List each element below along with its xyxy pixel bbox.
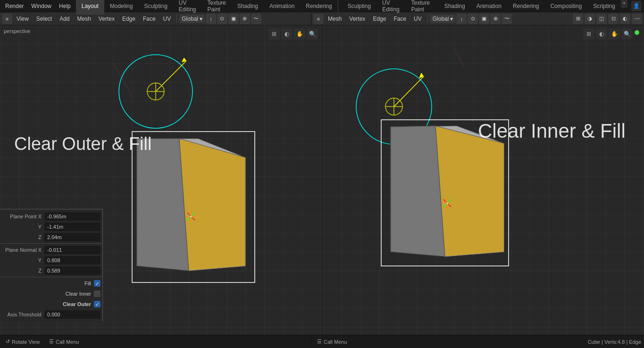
plane-normal-z-value[interactable]: 0.589 [44,266,100,275]
divider-left-1 [176,15,177,23]
nav-search-icon-left[interactable]: 🔍 [307,28,318,40]
transform-btn-left-1[interactable]: ↕ [206,14,216,24]
svg-marker-34 [391,126,445,257]
menu-help[interactable]: Help [56,1,74,11]
menu-window[interactable]: Window [28,1,55,11]
axis-threshold-row: Axis Threshold 0.000 [0,309,102,320]
snap-btn-left[interactable]: 〜 [251,14,261,24]
mode-selector-right[interactable]: ≡ [313,14,324,24]
select-btn-left[interactable]: Select [33,15,55,23]
plane-normal-y-label: Y [2,257,44,263]
nav-search-icon-right[interactable]: 🔍 [621,28,633,40]
tab-modeling[interactable]: Modeling [104,0,139,15]
transform-btn-left-2[interactable]: ⊙ [217,14,227,24]
fill-row: Fill ✓ [0,278,102,289]
tab-compositing[interactable]: Compositing [544,0,587,15]
svg-marker-12 [179,139,245,271]
transform-mode-left[interactable]: Global ▾ [179,15,205,23]
tab-layout[interactable]: Layout [76,0,104,15]
edge-btn-right[interactable]: Edge [369,15,389,23]
transform-btn-right-3[interactable]: ▣ [479,14,489,24]
call-menu-button-left[interactable]: ☰ Call Menu [46,338,82,346]
plane-point-z-row: Z 2.04m [0,232,102,242]
clear-inner-checkbox[interactable] [94,290,100,297]
plane-normal-x-value[interactable]: -0.011 [44,246,100,254]
face-btn-left[interactable]: Face [140,15,159,23]
tab-uv-editing-right[interactable]: UV Editing [376,0,405,15]
plane-point-z-value[interactable]: 2.04m [44,233,100,241]
green-status-dot [635,30,639,35]
mode-selector-left[interactable]: ≡ [2,14,12,24]
uv-btn-right[interactable]: UV [410,15,425,23]
vertex-btn-right[interactable]: Vertex [346,15,368,23]
overlay-icon-right[interactable]: ◫ [596,14,607,24]
top-bar-icons: 👤 ⊞ ⚙ Scene 🖥 ⬛ ◫ [627,1,644,11]
plane-point-y-value[interactable]: -1.41m [44,223,100,231]
xray-icon-right[interactable]: ⊡ [608,14,619,24]
svg-marker-32 [435,126,504,257]
tab-scripting[interactable]: Scripting [587,0,621,15]
clear-outer-label: Clear Outer [63,301,91,307]
plane-normal-y-value[interactable]: 0.808 [44,256,100,265]
mesh-btn-left[interactable]: Mesh [74,15,94,23]
user-icon[interactable]: 👤 [631,1,642,11]
rotate-view-icon: ↺ [6,339,10,345]
call-menu-button-right[interactable]: ☰ Call Menu [314,338,350,346]
face-btn-right[interactable]: Face [390,15,410,23]
plane-point-z-label: Z [2,234,44,240]
shading-icon-1[interactable]: ◐ [620,14,630,24]
transform-btn-right-2[interactable]: ⊙ [468,14,478,24]
axis-threshold-value[interactable]: 0.000 [44,310,100,319]
snap-btn-right[interactable]: 〜 [502,14,512,24]
transform-mode-right-label: Global [433,16,449,22]
tab-animation-left[interactable]: Animation [264,0,300,15]
transform-btn-left-3[interactable]: ▣ [228,14,239,24]
fill-checkbox[interactable]: ✓ [94,280,100,287]
clear-outer-checkbox[interactable]: ✓ [94,301,100,307]
add-btn-left[interactable]: Add [56,15,73,23]
add-tab-button[interactable]: + [621,0,628,8]
menu-area: Render Window Help [0,1,76,11]
transform-mode-right[interactable]: Global ▾ [430,15,456,23]
plane-normal-x-label: Plane Normal X [2,247,44,253]
nav-camera-icon-left[interactable]: ◐ [281,28,293,40]
viewport-right[interactable]: Clear Inner & Fill ⊞ ◐ ✋ 🔍 [322,25,644,335]
transform-btn-right-1[interactable]: ↕ [456,14,467,24]
svg-line-25 [394,76,424,107]
nav-camera-icon-right[interactable]: ◐ [596,28,607,40]
viewport-shading-right[interactable]: ◑ [585,14,595,24]
bottom-bar: ↺ Rotate View ☰ Call Menu ☰ Call Menu Cu… [0,335,644,348]
shading-icon-2[interactable]: 〰 [632,14,642,24]
plane-point-x-value[interactable]: -0.965m [44,212,100,221]
tab-texture-paint-right[interactable]: Texture Paint [405,0,438,15]
tab-rendering-right[interactable]: Rendering [507,0,544,15]
view-btn-left[interactable]: View [13,15,32,23]
tab-shading-left[interactable]: Shading [232,0,264,15]
proportional-btn-left[interactable]: ⊕ [240,14,250,24]
nav-hand-icon-right[interactable]: ✋ [609,28,620,40]
svg-line-5 [156,61,186,91]
tab-uv-editing-left[interactable]: UV Editing [173,0,202,15]
menu-render[interactable]: Render [2,1,27,11]
nav-grid-icon-left[interactable]: ⊞ [268,28,280,40]
axis-threshold-label: Axis Threshold [2,312,44,317]
rotate-view-button[interactable]: ↺ Rotate View [3,338,42,346]
uv-btn-left[interactable]: UV [160,15,175,23]
nav-grid-icon-right[interactable]: ⊞ [583,28,594,40]
clear-outer-row: Clear Outer ✓ [0,299,102,309]
proportional-btn-right[interactable]: ⊕ [490,14,501,24]
tab-rendering-left[interactable]: Rendering [300,0,337,15]
vertex-btn-left[interactable]: Vertex [95,15,118,23]
tab-animation-right[interactable]: Animation [471,0,507,15]
tab-sculpting-right[interactable]: Sculpting [342,0,376,15]
plane-point-x-row: Plane Point X -0.965m [0,211,102,222]
edge-btn-left[interactable]: Edge [119,15,139,23]
grid-icon-right[interactable]: ⊞ [573,14,583,24]
nav-hand-icon-left[interactable]: ✋ [294,28,305,40]
tab-shading-right[interactable]: Shading [439,0,471,15]
viewport-left-nav: ⊞ ◐ ✋ 🔍 [268,28,318,40]
tab-sculpting-left[interactable]: Sculpting [138,0,173,15]
mesh-btn-right[interactable]: Mesh [325,15,345,23]
fill-check-icon: ✓ [95,281,99,286]
tab-texture-paint-left[interactable]: Texture Paint [202,0,232,15]
